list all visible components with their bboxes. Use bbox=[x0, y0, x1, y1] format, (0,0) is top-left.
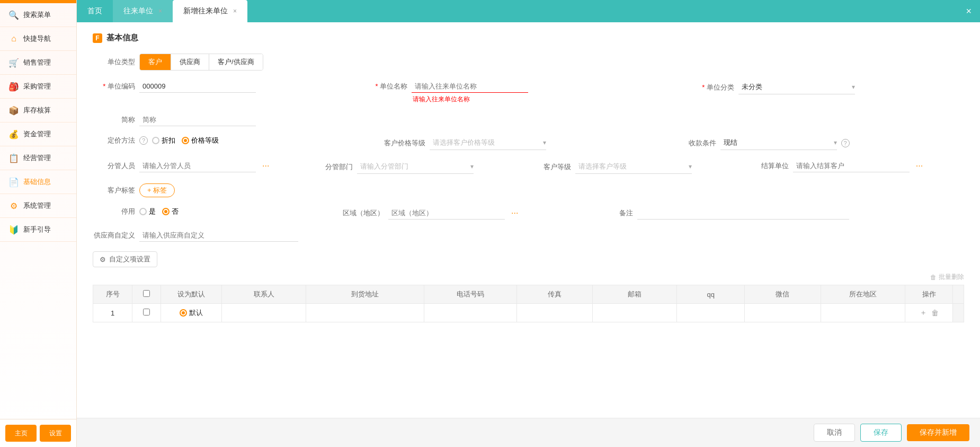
customer-level-field: 客户等级 请选择客户等级 ▾ bbox=[529, 160, 746, 174]
short-name-input[interactable] bbox=[139, 113, 256, 126]
sidebar-item-operation[interactable]: 📋 经营管理 bbox=[0, 146, 76, 170]
section-icon: F bbox=[93, 33, 102, 43]
cell-contact[interactable] bbox=[221, 304, 306, 322]
cell-email[interactable] bbox=[593, 304, 677, 322]
cell-fax[interactable] bbox=[516, 304, 593, 322]
sidebar-item-quicknav[interactable]: ⌂ 快捷导航 bbox=[0, 27, 76, 51]
tab-home[interactable]: 首页 bbox=[77, 0, 113, 22]
phone-input[interactable] bbox=[447, 309, 494, 317]
add-tag-button[interactable]: + 标签 bbox=[139, 183, 175, 197]
default-radio-item[interactable]: 默认 bbox=[166, 308, 216, 318]
region-cell-input[interactable] bbox=[842, 309, 884, 317]
table-header: 序号 设为默认 联系人 到货地址 电话号码 传真 邮箱 qq 微信 所在地区 bbox=[93, 285, 964, 304]
delete-row-icon[interactable]: 🗑 bbox=[931, 309, 939, 317]
search-icon: 🔍 bbox=[8, 10, 19, 20]
customer-level-chevron[interactable]: ▾ bbox=[689, 163, 692, 170]
supplier-custom-field: 供应商自定义 bbox=[93, 229, 310, 242]
row-checkbox[interactable] bbox=[143, 309, 150, 315]
sidebar-item-system[interactable]: ⚙ 系统管理 bbox=[0, 194, 76, 218]
table-row: 1 默认 bbox=[93, 304, 964, 322]
cell-phone[interactable] bbox=[424, 304, 516, 322]
address-input[interactable] bbox=[333, 309, 397, 317]
cell-address[interactable] bbox=[306, 304, 424, 322]
sidebar-item-sales[interactable]: 🛒 销售管理 bbox=[0, 51, 76, 75]
unit-type-supplier[interactable]: 供应商 bbox=[171, 54, 209, 70]
batch-delete-button[interactable]: 🗑 批量删除 bbox=[930, 273, 964, 282]
qq-input[interactable] bbox=[695, 309, 727, 317]
unit-name-field: 单位名称 请输入往来单位名称 bbox=[365, 80, 692, 104]
tab-new-partner[interactable]: 新增往来单位 × bbox=[173, 0, 247, 22]
customer-price-level-select[interactable]: 请选择客户价格等级 ▾ bbox=[430, 136, 546, 150]
region-input[interactable] bbox=[388, 207, 505, 220]
department-select[interactable]: 请输入分管部门 ▾ bbox=[357, 160, 474, 174]
pricing-radio-level[interactable]: 价格等级 bbox=[182, 136, 219, 145]
save-button[interactable]: 保存 bbox=[860, 424, 902, 442]
sidebar-item-basic[interactable]: 📄 基础信息 bbox=[0, 170, 76, 194]
sidebar-item-inventory[interactable]: 📦 库存核算 bbox=[0, 99, 76, 122]
unit-category-chevron[interactable]: ▾ bbox=[852, 83, 855, 91]
disabled-yes-circle bbox=[139, 208, 147, 215]
customer-level-select[interactable]: 请选择客户等级 ▾ bbox=[575, 160, 692, 174]
remark-input[interactable] bbox=[637, 207, 849, 220]
manager-input[interactable] bbox=[139, 160, 256, 172]
select-all-checkbox[interactable] bbox=[143, 290, 150, 297]
sidebar-label-search: 搜索菜单 bbox=[23, 10, 51, 20]
contact-input[interactable] bbox=[243, 309, 285, 317]
custom-settings-button[interactable]: ⚙ 自定义项设置 bbox=[93, 251, 157, 267]
sidebar-item-search[interactable]: 🔍 搜索菜单 bbox=[0, 3, 76, 27]
sidebar-item-finance[interactable]: 💰 资金管理 bbox=[0, 122, 76, 146]
window-close-icon[interactable]: × bbox=[966, 6, 972, 17]
sidebar-label-inventory: 库存核算 bbox=[23, 106, 51, 115]
unit-category-label: 单位分类 bbox=[692, 83, 734, 92]
fax-input[interactable] bbox=[536, 309, 573, 317]
pricing-row: 定价方法 ? 折扣 价格等级 客户价格等级 请选择客户价格等级 bbox=[93, 136, 964, 150]
col-wechat: 微信 bbox=[745, 285, 821, 304]
unit-type-both[interactable]: 客户/供应商 bbox=[209, 54, 263, 70]
cell-region[interactable] bbox=[821, 304, 905, 322]
tab-partner[interactable]: 往来单位 × bbox=[113, 0, 173, 22]
settlement-unit-more-icon[interactable]: ··· bbox=[914, 161, 925, 171]
sidebar-item-purchase[interactable]: 🎒 采购管理 bbox=[0, 75, 76, 99]
wechat-input[interactable] bbox=[764, 309, 801, 317]
cancel-button[interactable]: 取消 bbox=[814, 424, 855, 442]
tab-partner-close-icon[interactable]: × bbox=[158, 7, 162, 15]
email-input[interactable] bbox=[613, 309, 656, 317]
col-contact: 联系人 bbox=[221, 285, 306, 304]
unit-category-select[interactable]: 未分类 ▾ bbox=[738, 80, 855, 94]
cell-wechat[interactable] bbox=[745, 304, 821, 322]
col-checkbox bbox=[132, 285, 161, 304]
cell-qq[interactable] bbox=[677, 304, 745, 322]
pricing-help-icon[interactable]: ? bbox=[139, 136, 148, 145]
sidebar-home-btn[interactable]: 主页 bbox=[5, 425, 37, 442]
payment-terms-help-icon[interactable]: ? bbox=[841, 139, 850, 147]
unit-code-input[interactable] bbox=[139, 80, 256, 93]
manager-more-icon[interactable]: ··· bbox=[260, 161, 271, 171]
customer-price-level-chevron[interactable]: ▾ bbox=[543, 139, 546, 146]
customer-level-label: 客户等级 bbox=[529, 162, 571, 172]
department-chevron[interactable]: ▾ bbox=[470, 163, 474, 170]
scrollbar-col bbox=[953, 285, 964, 304]
disabled-no-radio[interactable]: 否 bbox=[162, 207, 179, 216]
unit-type-customer[interactable]: 客户 bbox=[140, 54, 171, 70]
region-more-icon[interactable]: ··· bbox=[509, 208, 520, 218]
pricing-radio-discount[interactable]: 折扣 bbox=[152, 136, 175, 145]
radio-level-circle bbox=[182, 137, 189, 144]
sidebar-label-operation: 经营管理 bbox=[23, 153, 51, 163]
tab-new-partner-close-icon[interactable]: × bbox=[233, 7, 237, 15]
supplier-custom-input[interactable] bbox=[139, 229, 298, 242]
disabled-yes-radio[interactable]: 是 bbox=[139, 207, 156, 216]
customer-tag-label: 客户标签 bbox=[93, 186, 135, 195]
customer-tag-field: 客户标签 + 标签 bbox=[93, 183, 310, 197]
unit-name-input[interactable] bbox=[412, 80, 528, 93]
payment-terms-chevron[interactable]: ▾ bbox=[834, 139, 837, 146]
payment-terms-select[interactable]: 现结 ▾ bbox=[720, 136, 837, 150]
customer-level-placeholder: 请选择客户等级 bbox=[575, 160, 689, 173]
save-add-button[interactable]: 保存并新增 bbox=[907, 424, 969, 441]
form-content: F 基本信息 单位类型 客户 供应商 客户/供应商 单位编码 单位名称 bbox=[77, 22, 980, 418]
sidebar-item-guide[interactable]: 🔰 新手引导 bbox=[0, 218, 76, 242]
add-row-icon[interactable]: ＋ bbox=[920, 308, 927, 318]
col-phone: 电话号码 bbox=[424, 285, 516, 304]
settlement-unit-input[interactable] bbox=[793, 160, 910, 172]
sidebar-bottom: 主页 设置 bbox=[0, 419, 76, 447]
sidebar-settings-btn[interactable]: 设置 bbox=[40, 425, 71, 442]
